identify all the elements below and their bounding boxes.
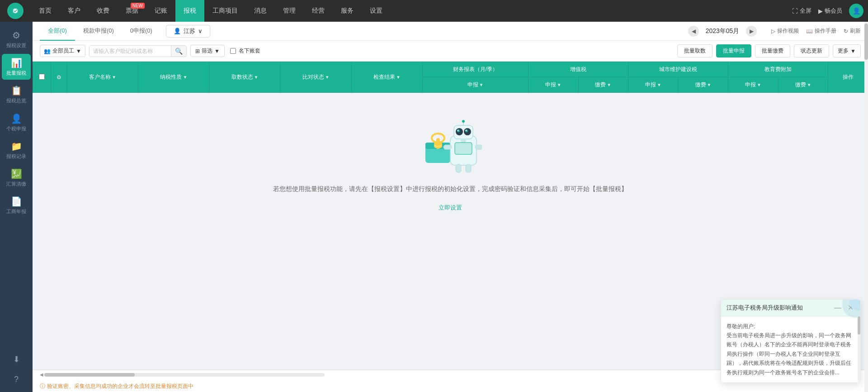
sidebar-label-tax-settings: 报税设置 [6, 43, 26, 48]
client-name-filter[interactable]: 客户名称 ▼ [89, 73, 116, 81]
th-edu-pay: 缴费 ▼ [778, 77, 828, 93]
fetch-status-filter[interactable]: 取数状态 ▼ [231, 73, 259, 81]
tax-type-filter[interactable]: 纳税性质 ▼ [160, 73, 187, 81]
sidebar-item-batch-tax[interactable]: 📊 批量报税 [2, 54, 31, 80]
h-scroll-thumb [44, 373, 135, 377]
th-tax-type: 纳税性质 ▼ [138, 62, 209, 93]
app-logo[interactable] [5, 0, 26, 22]
tab-tax-declare[interactable]: 税款申报(0) [75, 22, 122, 41]
notification-popup: 江苏电子税务局升级影响通知 — ✕ 尊敬的用户: 受当前电子税务局进一步升级的影… [721, 299, 861, 383]
th-vat-pay: 缴费 ▼ [578, 77, 628, 93]
sidebar-help-icon[interactable]: ? [8, 371, 24, 387]
robot-illustration [419, 120, 482, 174]
filter-arrow-icon: ▼ [807, 82, 811, 87]
nav-operate[interactable]: 经营 [304, 0, 333, 22]
fullscreen-button[interactable]: ⛶ 全屏 [792, 7, 811, 15]
batch-declare-button[interactable]: 批量申报 [716, 44, 751, 57]
sidebar-item-settlement[interactable]: 💹 汇算清缴 [2, 165, 31, 191]
nav-accounting[interactable]: 记账 [146, 0, 175, 22]
svg-point-17 [466, 130, 467, 131]
prev-month-button[interactable]: ◀ [688, 26, 699, 37]
nav-home[interactable]: 首页 [31, 0, 60, 22]
vat-pay-filter[interactable]: 缴费 ▼ [595, 81, 611, 89]
operation-manual-link[interactable]: 📖 操作手册 [806, 27, 836, 35]
sidebar: ⚙ 报税设置 📊 批量报税 📋 报税总览 👤 个税申报 📁 报税记录 💹 汇算清… [0, 22, 33, 392]
user-avatar[interactable]: 👤 [849, 4, 863, 18]
sidebar-label-settlement: 汇算清缴 [6, 181, 26, 187]
filter-arrow-icon: ▼ [254, 75, 259, 80]
personal-tax-icon: 👤 [11, 113, 22, 124]
notif-scrollbar[interactable] [858, 316, 860, 382]
current-month: 2023年05月 [704, 27, 741, 35]
tax-settings-icon: ⚙ [12, 30, 20, 41]
page-scroll-thumb [864, 24, 868, 60]
account-set-checkbox-label[interactable]: 名下账套 [230, 47, 260, 55]
sidebar-bottom: ⬇ ? [8, 351, 24, 387]
refresh-button[interactable]: ↻ 刷新 [844, 27, 861, 35]
h-scroll-track[interactable] [44, 373, 325, 377]
nav-billing[interactable]: 收费 [89, 0, 118, 22]
search-button[interactable]: 🔍 [171, 46, 186, 57]
nav-right-actions: ⛶ 全屏 ▶ 畅会员 👤 [792, 4, 863, 18]
nav-menu: 首页 客户 收费 票据 NEW 记账 报税 工商项目 消息 管理 经营 服务 设… [31, 0, 792, 22]
search-input[interactable] [90, 46, 171, 56]
tab-all-count: 0 [61, 27, 65, 34]
more-button[interactable]: 更多 ▼ [833, 44, 861, 57]
account-set-checkbox[interactable] [230, 48, 236, 54]
sidebar-label-personal-tax: 个税申报 [6, 126, 26, 132]
th-urban-pay: 缴费 ▼ [678, 77, 728, 93]
status-update-button[interactable]: 状态更新 [794, 44, 829, 57]
nav-manage[interactable]: 管理 [275, 0, 304, 22]
tab-zero-declare[interactable]: 0申报(0) [122, 22, 160, 41]
filter-arrow-icon: ▼ [657, 82, 661, 87]
edu-declare-filter[interactable]: 申报 ▼ [745, 81, 761, 89]
search-wrapper: 🔍 [89, 45, 187, 57]
th-urban-declare: 申报 ▼ [628, 77, 679, 93]
nav-client[interactable]: 客户 [60, 0, 89, 22]
check-result-filter[interactable]: 检查结果 ▼ [373, 73, 401, 81]
th-financial-report: 财务报表（月/季） [423, 62, 528, 77]
urban-pay-filter[interactable]: 缴费 ▼ [695, 81, 712, 89]
settlement-icon: 💹 [11, 168, 22, 179]
setup-link[interactable]: 立即设置 [439, 204, 462, 212]
vat-declare-filter[interactable]: 申报 ▼ [545, 81, 561, 89]
region-selector[interactable]: 👤 江苏 ∨ [166, 25, 210, 38]
page-scrollbar[interactable] [864, 22, 868, 392]
filter-button[interactable]: ⊞ 筛选 ▼ [190, 45, 225, 57]
filter-arrow-icon: ▼ [183, 75, 187, 80]
compare-status-filter[interactable]: 比对状态 ▼ [302, 73, 330, 81]
batch-pay-button[interactable]: 批量缴费 [755, 44, 790, 57]
urban-declare-filter[interactable]: 申报 ▼ [645, 81, 661, 89]
nav-invoice[interactable]: 票据 NEW [118, 0, 146, 22]
th-operations: 操作 [828, 62, 868, 93]
gear-icon[interactable]: ⚙ [57, 74, 61, 81]
select-all-checkbox[interactable] [39, 74, 45, 80]
vip-button[interactable]: ▶ 畅会员 [818, 7, 842, 15]
empty-message: 若您想使用批量报税功能，请先在【报税设置】中进行报税的初始化设置，完成密码验证和… [273, 183, 627, 195]
th-financial-declare: 申报 ▼ [423, 77, 528, 93]
sidebar-download-icon[interactable]: ⬇ [8, 351, 24, 368]
batch-fetch-button[interactable]: 批量取数 [677, 44, 712, 57]
tab-all[interactable]: 全部(0) [40, 22, 75, 41]
filter-arrow-icon: ▼ [396, 75, 401, 80]
sidebar-item-annual-report[interactable]: 📄 工商年报 [2, 192, 31, 218]
annual-report-icon: 📄 [11, 196, 22, 207]
sidebar-item-tax-settings[interactable]: ⚙ 报税设置 [2, 26, 31, 52]
nav-bizwork[interactable]: 工商项目 [204, 0, 246, 22]
nav-message[interactable]: 消息 [246, 0, 275, 22]
nav-tax[interactable]: 报税 [175, 0, 204, 22]
sidebar-item-tax-summary[interactable]: 📋 报税总览 [2, 81, 31, 107]
th-gear: ⚙ [51, 62, 67, 93]
sidebar-item-tax-records[interactable]: 📁 报税记录 [2, 137, 31, 163]
sidebar-item-personal-tax[interactable]: 👤 个税申报 [2, 110, 31, 135]
th-compare-status: 比对状态 ▼ [280, 62, 351, 93]
next-month-button[interactable]: ▶ [746, 26, 757, 37]
edu-pay-filter[interactable]: 缴费 ▼ [795, 81, 811, 89]
tab-right-actions: ▷ 操作视频 📖 操作手册 ↻ 刷新 [771, 27, 861, 35]
employee-selector[interactable]: 👥 全部员工 ▼ [40, 45, 85, 57]
financial-declare-filter[interactable]: 申报 ▼ [467, 81, 484, 89]
scroll-left-arrow[interactable]: ◀ [40, 372, 44, 377]
nav-settings[interactable]: 设置 [362, 0, 391, 22]
nav-service[interactable]: 服务 [333, 0, 362, 22]
operation-video-link[interactable]: ▷ 操作视频 [771, 27, 799, 35]
